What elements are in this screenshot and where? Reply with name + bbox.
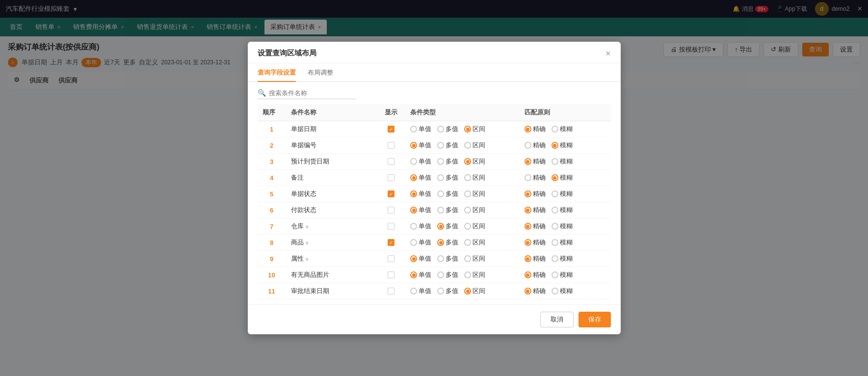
- dialog-title: 设置查询区域布局: [258, 49, 316, 58]
- search-input[interactable]: [269, 89, 347, 96]
- dialog-search-area: 🔍: [248, 82, 621, 95]
- search-icon: 🔍: [258, 89, 266, 95]
- dialog-header: 设置查询区域布局 ×: [248, 42, 621, 63]
- settings-dialog: 设置查询区域布局 × 查询字段设置 布局调整 🔍 顺序: [248, 42, 621, 95]
- dialog-close-button[interactable]: ×: [605, 49, 611, 58]
- dialog-tab-query-fields[interactable]: 查询字段设置: [258, 63, 296, 82]
- dialog-overlay: 设置查询区域布局 × 查询字段设置 布局调整 🔍 顺序: [0, 0, 868, 95]
- dialog-tabs: 查询字段设置 布局调整: [248, 63, 621, 82]
- dialog-tab-layout[interactable]: 布局调整: [308, 63, 333, 82]
- search-box: 🔍: [258, 87, 356, 95]
